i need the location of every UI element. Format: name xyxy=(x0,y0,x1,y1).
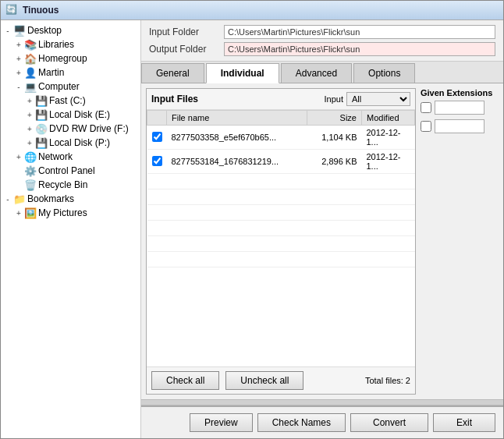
scrollbar-area[interactable] xyxy=(141,399,503,405)
tab-general[interactable]: General xyxy=(141,63,204,83)
file-panel-title: Input Files xyxy=(151,94,198,104)
expand-libraries[interactable]: + xyxy=(15,41,23,49)
file-size-2: 2,896 KB xyxy=(307,150,362,174)
expand-control-panel[interactable] xyxy=(15,167,23,175)
sidebar-item-bookmarks[interactable]: - 📁 Bookmarks xyxy=(1,192,140,206)
sidebar-item-dvd-f[interactable]: + 💿 DVD RW Drive (F:) xyxy=(23,122,140,136)
ext-input-2[interactable] xyxy=(435,119,484,133)
expand-local-p[interactable]: + xyxy=(26,139,34,147)
table-row: 8277503358_e5ef670b65... 1,104 KB 2012-1… xyxy=(147,126,415,150)
uncheck-all-button[interactable]: Uncheck all xyxy=(225,371,303,390)
local-e-label: Local Disk (E:) xyxy=(49,109,110,120)
input-folder-row: Input Folder xyxy=(149,25,495,39)
input-filter-select[interactable]: All Selected Unselected xyxy=(346,92,410,106)
sidebar-item-desktop[interactable]: - 🖥️ Desktop xyxy=(1,23,140,37)
sidebar-item-local-e[interactable]: + 💾 Local Disk (E:) xyxy=(23,108,140,122)
sidebar: - 🖥️ Desktop + 📚 Libraries + 🏠 Homegroup… xyxy=(1,20,141,438)
sidebar-item-martin[interactable]: + 👤 Martin xyxy=(12,65,140,80)
file-checkbox-2[interactable] xyxy=(152,156,162,166)
expand-bookmarks[interactable]: - xyxy=(4,195,12,204)
computer-icon: 💻 xyxy=(24,80,37,93)
app-title: Tinuous xyxy=(23,5,499,16)
file-name-1: 8277503358_e5ef670b65... xyxy=(167,126,307,150)
sidebar-item-network[interactable]: + 🌐 Network xyxy=(12,150,140,164)
sidebar-item-control-panel[interactable]: ⚙️ Control Panel xyxy=(12,164,140,178)
check-all-button[interactable]: Check all xyxy=(151,371,219,390)
expand-my-pictures[interactable]: + xyxy=(15,209,23,218)
tab-advanced[interactable]: Advanced xyxy=(281,63,352,83)
input-folder-label: Input Folder xyxy=(149,27,219,37)
sidebar-item-recycle-bin[interactable]: 🗑️ Recycle Bin xyxy=(12,178,140,192)
expand-network[interactable]: + xyxy=(15,153,23,161)
bookmarks-icon: 📁 xyxy=(13,193,26,205)
file-modified-1: 2012-12-1... xyxy=(362,126,415,150)
col-header-check xyxy=(147,111,167,126)
libraries-label: Libraries xyxy=(38,39,74,50)
file-panel-footer: Check all Uncheck all Total files: 2 xyxy=(147,366,415,394)
exit-button[interactable]: Exit xyxy=(433,413,495,432)
martin-label: Martin xyxy=(38,67,64,78)
control-panel-icon: ⚙️ xyxy=(24,165,37,177)
total-files: Total files: 2 xyxy=(365,376,410,385)
homegroup-icon: 🏠 xyxy=(24,52,37,65)
extension-row-2 xyxy=(421,119,499,133)
network-icon: 🌐 xyxy=(24,150,37,163)
app-icon: 🔄 xyxy=(5,4,18,16)
expand-local-e[interactable]: + xyxy=(26,111,34,119)
ext-checkbox-1[interactable] xyxy=(421,102,431,113)
dvd-f-icon: 💿 xyxy=(35,122,48,135)
local-p-label: Local Disk (P:) xyxy=(49,137,110,148)
desktop-icon: 🖥️ xyxy=(13,24,26,37)
file-size-1: 1,104 KB xyxy=(307,126,362,150)
content-area: Input Files Input All Selected Unselecte… xyxy=(141,83,503,399)
input-filter-label: Input xyxy=(325,94,343,104)
col-header-name: File name xyxy=(167,111,307,126)
preview-button[interactable]: Preview xyxy=(190,413,253,432)
network-label: Network xyxy=(38,151,73,162)
computer-label: Computer xyxy=(38,81,80,92)
tabs-bar: General Individual Advanced Options xyxy=(141,62,503,83)
sidebar-item-my-pictures[interactable]: + 🖼️ My Pictures xyxy=(12,206,140,220)
file-table: File name Size Modified 8277503358_e5ef6… xyxy=(147,110,415,366)
tab-individual[interactable]: Individual xyxy=(206,63,279,83)
check-names-button[interactable]: Check Names xyxy=(257,413,346,432)
expand-recycle-bin[interactable] xyxy=(15,181,23,189)
extensions-title: Given Extensions xyxy=(421,88,499,97)
sidebar-item-computer[interactable]: - 💻 Computer xyxy=(12,80,140,94)
local-e-icon: 💾 xyxy=(35,108,48,121)
control-panel-label: Control Panel xyxy=(38,165,95,176)
file-panel: Input Files Input All Selected Unselecte… xyxy=(146,88,416,395)
col-header-size: Size xyxy=(307,111,362,126)
tab-options[interactable]: Options xyxy=(353,63,415,83)
recycle-bin-icon: 🗑️ xyxy=(24,179,37,191)
sidebar-item-fast-c[interactable]: + 💾 Fast (C:) xyxy=(23,94,140,108)
expand-fast-c[interactable]: + xyxy=(26,97,34,105)
main-area: - 🖥️ Desktop + 📚 Libraries + 🏠 Homegroup… xyxy=(1,20,503,438)
homegroup-label: Homegroup xyxy=(38,53,87,64)
expand-desktop[interactable]: - xyxy=(4,27,12,35)
martin-icon: 👤 xyxy=(24,66,37,79)
expand-martin[interactable]: + xyxy=(15,69,23,77)
ext-input-1[interactable] xyxy=(435,101,484,115)
output-folder-path[interactable] xyxy=(224,42,495,56)
fast-c-icon: 💾 xyxy=(35,94,48,107)
output-folder-label: Output Folder xyxy=(149,44,219,55)
input-folder-path[interactable] xyxy=(224,25,495,39)
expand-computer[interactable]: - xyxy=(15,83,23,91)
expand-dvd-f[interactable]: + xyxy=(26,125,34,133)
file-panel-header: Input Files Input All Selected Unselecte… xyxy=(147,89,415,110)
convert-button[interactable]: Convert xyxy=(350,413,428,432)
expand-homegroup[interactable]: + xyxy=(15,55,23,63)
file-modified-2: 2012-12-1... xyxy=(362,150,415,174)
app-window: 🔄 Tinuous - 🖥️ Desktop + 📚 Libraries + 🏠… xyxy=(0,0,504,439)
sidebar-item-libraries[interactable]: + 📚 Libraries xyxy=(12,37,140,51)
libraries-icon: 📚 xyxy=(24,38,37,51)
sidebar-item-homegroup[interactable]: + 🏠 Homegroup xyxy=(12,51,140,65)
sidebar-item-local-p[interactable]: + 💾 Local Disk (P:) xyxy=(23,136,140,150)
my-pictures-icon: 🖼️ xyxy=(24,207,37,219)
file-checkbox-1[interactable] xyxy=(152,132,162,142)
input-filter: Input All Selected Unselected xyxy=(325,92,410,106)
ext-checkbox-2[interactable] xyxy=(421,121,431,132)
bookmarks-label: Bookmarks xyxy=(27,193,74,204)
output-folder-row: Output Folder xyxy=(149,42,495,56)
